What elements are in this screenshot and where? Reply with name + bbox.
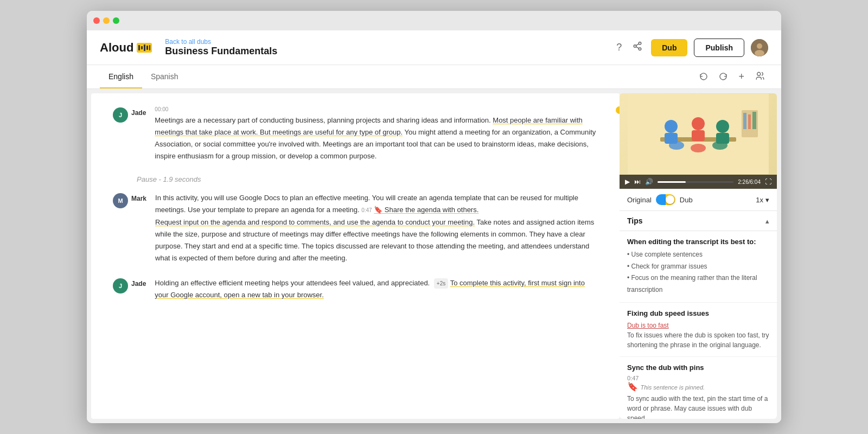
share-button[interactable] — [630, 39, 644, 56]
segment-1-timestamp: 00:00 — [155, 106, 598, 112]
undo-icon — [699, 72, 708, 82]
tabs-bar: English Spanish + — [87, 65, 781, 89]
segment-1-text[interactable]: Meetings are a necessary part of conduct… — [155, 114, 598, 162]
redo-button[interactable] — [716, 69, 731, 85]
tip-dub-speed-title: Fixing dub speed issues — [627, 309, 769, 317]
share-icon — [633, 41, 642, 54]
logo-text: Aloud — [100, 41, 133, 55]
minimize-button[interactable] — [103, 17, 110, 24]
speaker-name-jade-2: Jade — [131, 280, 146, 288]
publish-button[interactable]: Publish — [694, 39, 744, 57]
tips-collapse-button[interactable]: ▴ — [765, 217, 769, 225]
svg-line-4 — [636, 44, 639, 46]
speaker-name-mark: Mark — [131, 195, 146, 202]
video-controls: ▶ ⏭ 🔊 2:26/6:04 ⛶ — [620, 175, 777, 189]
traffic-lights — [93, 17, 119, 24]
tip-pin-time: 0:47 — [627, 375, 769, 381]
people-button[interactable] — [752, 69, 768, 85]
segment-3: J Jade Holding an effective efficient me… — [113, 277, 598, 301]
close-button[interactable] — [93, 17, 100, 24]
next-button[interactable]: ⏭ — [634, 178, 641, 186]
audio-toggle-switch[interactable] — [656, 194, 675, 205]
tip-editing-bullet-1: • Use complete sentences — [627, 249, 769, 261]
segment-1: J Jade 00:00 Meetings are a necessary pa… — [113, 106, 598, 162]
back-link[interactable]: Back to all dubs — [165, 38, 277, 46]
help-button[interactable]: ? — [614, 40, 624, 55]
tips-panel: Tips ▴ When editing the transcript its b… — [620, 211, 777, 419]
tip-editing-bullet-2: • Check for grammar issues — [627, 261, 769, 273]
segment-2: M Mark In this activity, you will use Go… — [113, 192, 598, 264]
app-window: Aloud Back to all dubs Business Fundamen… — [87, 11, 781, 423]
fullscreen-button[interactable]: ⛶ — [765, 178, 771, 186]
dub-button[interactable]: Dub — [651, 39, 687, 56]
svg-point-18 — [716, 120, 729, 133]
page-title: Business Fundamentals — [165, 46, 277, 57]
svg-rect-22 — [748, 114, 751, 129]
segment-3-content: Holding an effective efficient meeting h… — [155, 277, 598, 301]
svg-rect-21 — [743, 113, 746, 129]
original-label: Original — [627, 196, 652, 204]
logo-bar-4 — [146, 46, 148, 50]
tab-spanish[interactable]: Spanish — [142, 66, 187, 88]
tip-pin-sentence-text: This sentence is pinned. — [640, 384, 705, 391]
tip-sync-pins-body: To sync audio with the text, pin the sta… — [627, 394, 769, 419]
svg-point-12 — [691, 144, 706, 152]
tip-pinned-sentence: 🔖 This sentence is pinned. — [627, 381, 769, 392]
people-icon — [755, 71, 765, 83]
highlighted-text-2: 🔖 Share the agenda with others. — [374, 206, 478, 214]
logo-bar-3 — [144, 44, 145, 51]
logo-bar-1 — [138, 45, 140, 50]
total-time: 6:04 — [750, 179, 761, 185]
toggle-knob — [666, 195, 674, 204]
time-display: 2:26/6:04 — [738, 179, 761, 185]
chevron-up-icon: ▴ — [765, 217, 769, 225]
tip-dub-speed-body: To fix issues where the dub is spoken to… — [627, 330, 769, 350]
svg-point-7 — [755, 50, 764, 56]
titlebar — [87, 11, 781, 30]
add-button[interactable]: + — [735, 69, 748, 85]
segment-3-text[interactable]: Holding an effective efficient meeting h… — [155, 277, 598, 301]
play-button[interactable]: ▶ — [625, 178, 630, 186]
progress-bar[interactable] — [658, 181, 733, 183]
svg-point-1 — [634, 45, 636, 48]
svg-point-16 — [692, 117, 705, 130]
volume-icon: 🔊 — [645, 178, 653, 186]
play-icon: ▶ — [625, 178, 630, 186]
maximize-button[interactable] — [113, 17, 119, 24]
tabs-left: English Spanish — [100, 66, 187, 88]
tip-sync-pins-title: Sync the dub with pins — [627, 363, 769, 372]
avatar[interactable] — [751, 39, 768, 56]
progress-dot — [616, 106, 620, 114]
segment-2-text[interactable]: In this activity, you will use Google Do… — [155, 192, 598, 264]
fullscreen-icon: ⛶ — [765, 178, 771, 186]
speaker-badge-jade: J — [113, 107, 128, 123]
logo: Aloud — [100, 41, 152, 55]
tips-header: Tips ▴ — [620, 211, 777, 231]
tips-title: Tips — [627, 216, 643, 225]
right-panel: ▶ ⏭ 🔊 2:26/6:04 ⛶ — [620, 93, 777, 419]
pin-icon: 🔖 — [627, 382, 640, 391]
header: Aloud Back to all dubs Business Fundamen… — [87, 30, 781, 65]
undo-button[interactable] — [696, 69, 711, 85]
tip-sync-pins: Sync the dub with pins 0:47 🔖 This sente… — [620, 357, 777, 419]
svg-rect-19 — [716, 133, 729, 144]
svg-point-14 — [665, 120, 678, 133]
highlighted-text-3: Request input on the agenda and respond … — [155, 218, 475, 226]
current-time: 2:26 — [738, 179, 748, 185]
tip-editing: When editing the transcript its best to:… — [620, 231, 777, 303]
tip-editing-bullet-3: • Focus on the meaning rather than the l… — [627, 272, 769, 296]
script-panel[interactable]: J Jade 00:00 Meetings are a necessary pa… — [91, 93, 620, 419]
svg-rect-17 — [692, 130, 705, 141]
header-actions: ? Dub Publish — [614, 39, 768, 57]
dub-label: Dub — [680, 196, 693, 204]
speed-selector[interactable]: 1x ▾ — [756, 196, 769, 204]
skip-icon: ⏭ — [634, 178, 641, 186]
volume-button[interactable]: 🔊 — [645, 178, 653, 186]
segment-2-content: In this activity, you will use Google Do… — [155, 192, 598, 264]
svg-point-6 — [757, 43, 762, 49]
tab-english[interactable]: English — [100, 66, 142, 88]
add-icon: + — [738, 71, 744, 82]
audio-toggle: Original Dub 1x ▾ — [620, 189, 777, 211]
tabs-right: + — [696, 69, 768, 85]
speed-value: 1x — [756, 196, 763, 204]
